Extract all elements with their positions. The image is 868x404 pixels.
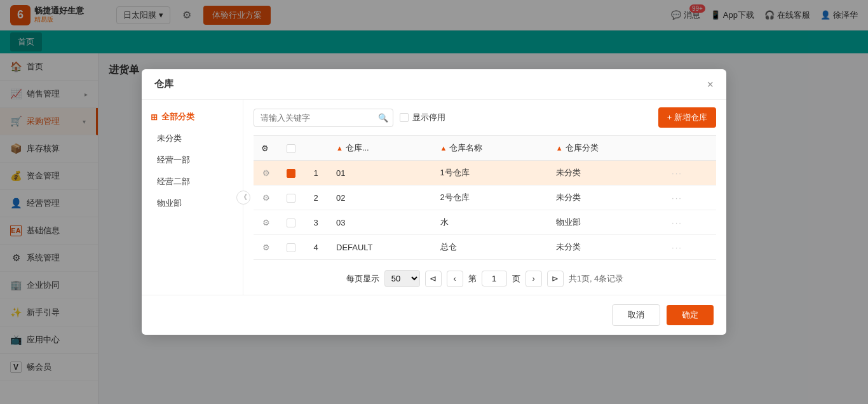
page-number-input[interactable] bbox=[482, 271, 507, 286]
last-page-button[interactable]: ⊳ bbox=[547, 271, 564, 287]
col-header-checkbox bbox=[279, 136, 303, 161]
modal-close-button[interactable]: × bbox=[707, 79, 714, 90]
next-page-button[interactable]: › bbox=[526, 271, 542, 287]
total-info: 共1页, 4条记录 bbox=[569, 273, 624, 285]
modal-footer: 取消 确定 bbox=[142, 295, 726, 335]
col-header-category: ▲ 仓库分类 bbox=[548, 136, 664, 161]
row-more-actions[interactable]: ··· bbox=[664, 235, 716, 260]
row-code: 03 bbox=[329, 210, 433, 235]
per-page-label: 每页显示 bbox=[346, 273, 379, 285]
category-item-2[interactable]: 经营二部 bbox=[142, 171, 243, 192]
row-category: 物业部 bbox=[548, 210, 664, 235]
warehouse-table: ⚙ ▲ 仓库... bbox=[254, 135, 716, 260]
page-label: 第 bbox=[468, 273, 477, 285]
table-row[interactable]: ⚙ 2 02 2号仓库 未分类 ··· bbox=[254, 185, 716, 210]
row-code: 01 bbox=[329, 161, 433, 185]
page-unit: 页 bbox=[512, 273, 520, 285]
table-wrapper: ⚙ ▲ 仓库... bbox=[254, 135, 716, 260]
category-item-3[interactable]: 物业部 bbox=[142, 192, 243, 214]
row-more-actions[interactable]: ··· bbox=[664, 161, 716, 185]
row-checkbox[interactable] bbox=[279, 210, 303, 235]
row-gear[interactable]: ⚙ bbox=[254, 185, 279, 210]
all-categories-label: 全部分类 bbox=[161, 111, 194, 123]
row-select-checkbox[interactable] bbox=[287, 194, 295, 203]
warehouse-modal: 仓库 × ⊞ 全部分类 《 未分类 经营一部 经营二部 bbox=[142, 69, 726, 335]
first-page-button[interactable]: ⊲ bbox=[425, 271, 442, 287]
row-num: 2 bbox=[303, 185, 329, 210]
row-num: 3 bbox=[303, 210, 329, 235]
prev-page-button[interactable]: ‹ bbox=[447, 271, 463, 287]
row-category: 未分类 bbox=[548, 185, 664, 210]
modal-header: 仓库 × bbox=[142, 69, 726, 100]
row-gear[interactable]: ⚙ bbox=[254, 161, 279, 185]
category-item-0[interactable]: 未分类 bbox=[142, 128, 243, 149]
col-header-name: ▲ 仓库名称 bbox=[433, 136, 548, 161]
table-row[interactable]: ⚙ 4 DEFAULT 总仓 未分类 ··· bbox=[254, 235, 716, 260]
collapse-panel-button[interactable]: 《 bbox=[236, 191, 250, 205]
row-category: 未分类 bbox=[548, 235, 664, 260]
row-checkbox[interactable] bbox=[279, 235, 303, 260]
modal-title: 仓库 bbox=[154, 78, 173, 90]
show-disabled-wrap: 显示停用 bbox=[400, 112, 445, 123]
col-header-actions bbox=[664, 136, 716, 161]
all-categories[interactable]: ⊞ 全部分类 bbox=[142, 106, 243, 128]
table-row[interactable]: ⚙ 1 01 1号仓库 未分类 ··· bbox=[254, 161, 716, 185]
modal-body: ⊞ 全部分类 《 未分类 经营一部 经营二部 物业部 bbox=[142, 100, 726, 295]
grid-icon: ⊞ bbox=[151, 112, 158, 122]
row-code: 02 bbox=[329, 185, 433, 210]
search-input[interactable] bbox=[254, 109, 393, 127]
row-select-checkbox[interactable] bbox=[287, 243, 295, 252]
show-disabled-checkbox[interactable] bbox=[400, 113, 409, 122]
row-name: 1号仓库 bbox=[433, 161, 548, 185]
search-input-wrap: 🔍 bbox=[254, 109, 393, 127]
col-header-gear: ⚙ bbox=[254, 136, 279, 161]
row-name: 水 bbox=[433, 210, 548, 235]
row-more-actions[interactable]: ··· bbox=[664, 185, 716, 210]
row-category: 未分类 bbox=[548, 161, 664, 185]
category-item-1[interactable]: 经营一部 bbox=[142, 149, 243, 171]
row-more-actions[interactable]: ··· bbox=[664, 210, 716, 235]
row-code: DEFAULT bbox=[329, 235, 433, 260]
col-header-code: ▲ 仓库... bbox=[329, 136, 433, 161]
row-gear[interactable]: ⚙ bbox=[254, 235, 279, 260]
modal-overlay: 仓库 × ⊞ 全部分类 《 未分类 经营一部 经营二部 bbox=[0, 0, 868, 404]
add-warehouse-button[interactable]: + 新增仓库 bbox=[658, 107, 716, 128]
row-checkbox[interactable] bbox=[279, 161, 303, 185]
show-disabled-label: 显示停用 bbox=[412, 112, 445, 123]
row-gear[interactable]: ⚙ bbox=[254, 210, 279, 235]
pagination-row: 每页显示 50 100 ⊲ ‹ 第 页 › ⊳ 共1页, 4条记录 bbox=[254, 270, 716, 287]
cancel-button[interactable]: 取消 bbox=[612, 304, 660, 326]
search-icon[interactable]: 🔍 bbox=[378, 113, 388, 123]
category-panel: ⊞ 全部分类 《 未分类 经营一部 经营二部 物业部 bbox=[142, 100, 243, 295]
sort-icon-category: ▲ bbox=[556, 144, 563, 152]
confirm-button[interactable]: 确定 bbox=[667, 305, 714, 325]
row-name: 2号仓库 bbox=[433, 185, 548, 210]
select-all-checkbox[interactable] bbox=[287, 144, 295, 153]
table-panel: 🔍 显示停用 + 新增仓库 ⚙ bbox=[243, 100, 726, 295]
row-num: 1 bbox=[303, 161, 329, 185]
row-select-checkbox[interactable] bbox=[287, 169, 295, 178]
row-select-checkbox[interactable] bbox=[287, 219, 295, 227]
search-row: 🔍 显示停用 + 新增仓库 bbox=[254, 107, 716, 128]
sort-icon-code: ▲ bbox=[336, 144, 343, 152]
per-page-select[interactable]: 50 100 bbox=[384, 270, 420, 287]
row-name: 总仓 bbox=[433, 235, 548, 260]
table-row[interactable]: ⚙ 3 03 水 物业部 ··· bbox=[254, 210, 716, 235]
row-checkbox[interactable] bbox=[279, 185, 303, 210]
sort-icon-name: ▲ bbox=[440, 144, 447, 152]
row-num: 4 bbox=[303, 235, 329, 260]
col-header-num bbox=[303, 136, 329, 161]
